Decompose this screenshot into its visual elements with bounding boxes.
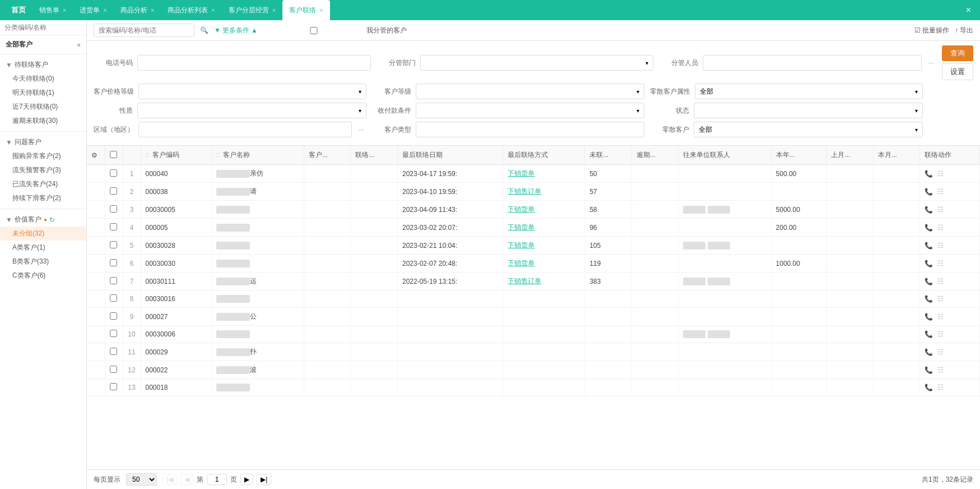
status-select[interactable]: ▾: [694, 103, 923, 118]
sidebar-item-class-a[interactable]: A类客户(1): [0, 241, 86, 255]
customer-type-input[interactable]: [416, 122, 645, 137]
search-input[interactable]: [94, 24, 194, 37]
close-product-analysis-icon[interactable]: ×: [151, 7, 154, 13]
first-page-button[interactable]: |◀: [162, 474, 177, 485]
customer-level-select[interactable]: ▾: [416, 84, 645, 99]
phone-action-icon[interactable]: 📞: [925, 242, 933, 250]
sidebar-item-declining[interactable]: 持续下滑客户(2): [0, 191, 86, 205]
sidebar-item-churned[interactable]: 已流失客户(24): [0, 177, 86, 191]
more-action-icon[interactable]: ☷: [937, 366, 944, 374]
row-checkbox[interactable]: [110, 169, 117, 177]
value-group-header[interactable]: ▼ 价值客户 ● ↻: [0, 213, 86, 227]
more-action-icon[interactable]: ☷: [937, 348, 944, 356]
close-segment-icon[interactable]: ×: [272, 7, 276, 13]
sidebar-item-7days[interactable]: 近7天待联络(0): [0, 100, 86, 114]
row-checkbox[interactable]: [110, 223, 117, 230]
refresh-icon[interactable]: ↻: [49, 216, 55, 224]
close-all-button[interactable]: ×: [962, 5, 976, 15]
next-page-button[interactable]: ▶: [240, 474, 253, 485]
row-checkbox[interactable]: [110, 366, 117, 373]
more-action-icon[interactable]: ☷: [937, 384, 944, 391]
row-checkbox[interactable]: [110, 241, 117, 248]
collapse-sidebar-icon[interactable]: «: [77, 41, 81, 49]
row-checkbox[interactable]: [110, 259, 117, 266]
problem-group-header[interactable]: ▼ 问题客户: [0, 135, 86, 149]
region-select[interactable]: [138, 122, 352, 137]
last-method-link[interactable]: 下销货单: [508, 169, 535, 177]
phone-action-icon[interactable]: 📞: [925, 278, 933, 285]
phone-action-icon[interactable]: 📞: [925, 260, 933, 267]
sidebar-item-unclassified[interactable]: 未分组(32): [0, 227, 86, 241]
phone-action-icon[interactable]: 📞: [925, 313, 933, 321]
nav-product-analysis-list[interactable]: 商品分析列表 ×: [161, 0, 221, 20]
phone-action-icon[interactable]: 📞: [925, 330, 933, 338]
settings-col[interactable]: ⚙: [87, 146, 105, 165]
payment-select[interactable]: ▾: [416, 103, 645, 118]
reset-button[interactable]: 设置: [942, 63, 973, 80]
phone-action-icon[interactable]: 📞: [925, 366, 933, 374]
nav-customer-segment[interactable]: 客户分层经营 ×: [222, 0, 282, 20]
page-number-input[interactable]: [207, 474, 227, 485]
last-method-link[interactable]: 下销售订单: [508, 277, 541, 285]
row-checkbox[interactable]: [110, 187, 117, 195]
all-customers-header[interactable]: 全部客户 «: [0, 35, 86, 52]
close-purchase-icon[interactable]: ×: [103, 7, 106, 13]
sidebar-item-overdue[interactable]: 逾期未联络(30): [0, 114, 86, 128]
row-checkbox[interactable]: [110, 277, 117, 284]
settings-icon[interactable]: ⚙: [91, 151, 97, 159]
retail-customer-select[interactable]: 全部 ▾: [694, 122, 923, 137]
per-page-select[interactable]: 50 100 200: [126, 473, 157, 486]
close-sales-icon[interactable]: ×: [63, 7, 66, 13]
nav-home[interactable]: 首页: [4, 0, 32, 20]
nav-sales[interactable]: 销售单 ×: [32, 0, 73, 20]
more-conditions-button[interactable]: ▼ 更多条件 ▲: [214, 26, 258, 35]
phone-action-icon[interactable]: 📞: [925, 295, 933, 303]
phone-input[interactable]: [137, 55, 371, 71]
more-action-icon[interactable]: ☷: [937, 206, 944, 214]
phone-action-icon[interactable]: 📞: [925, 224, 933, 232]
last-page-button[interactable]: ▶|: [257, 474, 271, 485]
sidebar-item-hoarding[interactable]: 囤购异常客户(2): [0, 149, 86, 163]
row-checkbox[interactable]: [110, 330, 117, 337]
last-method-link[interactable]: 下销货单: [508, 241, 535, 249]
last-method-link[interactable]: 下销货单: [508, 259, 535, 267]
dept-select[interactable]: ▾: [420, 55, 654, 71]
more-action-icon[interactable]: ☷: [937, 170, 944, 178]
nav-product-analysis[interactable]: 商品分析 ×: [114, 0, 161, 20]
last-method-link[interactable]: 下销货单: [508, 205, 535, 213]
sidebar-item-today[interactable]: 今天待联络(0): [0, 72, 86, 86]
query-button[interactable]: 查询: [942, 45, 973, 61]
row-checkbox[interactable]: [110, 312, 117, 320]
row-checkbox[interactable]: [110, 383, 117, 390]
last-method-link[interactable]: 下销货单: [508, 223, 535, 231]
nav-customer-contact[interactable]: 客户联络 ×: [282, 0, 329, 20]
more-action-icon[interactable]: ☷: [937, 188, 944, 196]
more-action-icon[interactable]: ☷: [937, 295, 944, 303]
row-checkbox[interactable]: [110, 294, 117, 302]
search-icon[interactable]: 🔍: [200, 26, 208, 34]
phone-action-icon[interactable]: 📞: [925, 170, 933, 178]
phone-action-icon[interactable]: 📞: [925, 348, 933, 356]
close-product-list-icon[interactable]: ×: [211, 7, 215, 13]
sidebar-search-input[interactable]: [4, 24, 87, 31]
manager-dots-icon[interactable]: ···: [926, 59, 936, 67]
sidebar-item-class-c[interactable]: C类客户(6): [0, 269, 86, 283]
more-action-icon[interactable]: ☷: [937, 260, 944, 267]
prev-page-button[interactable]: ◀: [180, 474, 193, 485]
retail-attr-select[interactable]: 全部 ▾: [695, 84, 923, 99]
pending-group-header[interactable]: ▼ 待联络客户: [0, 58, 86, 72]
more-action-icon[interactable]: ☷: [937, 224, 944, 232]
phone-action-icon[interactable]: 📞: [925, 206, 933, 214]
manager-input[interactable]: [703, 55, 922, 71]
phone-action-icon[interactable]: 📞: [925, 188, 933, 196]
my-customers-checkbox[interactable]: [263, 27, 364, 34]
more-action-icon[interactable]: ☷: [937, 313, 944, 321]
region-dots-icon[interactable]: ···: [356, 126, 366, 133]
nature-select[interactable]: ▾: [137, 103, 366, 118]
last-method-link[interactable]: 下销售订单: [508, 187, 541, 195]
nav-purchase[interactable]: 进货单 ×: [73, 0, 113, 20]
sidebar-item-churn-warning[interactable]: 流失预警客户(3): [0, 163, 86, 177]
my-customers-checkbox-label[interactable]: 我分管的客户: [263, 26, 407, 35]
more-action-icon[interactable]: ☷: [937, 278, 944, 285]
row-checkbox[interactable]: [110, 348, 117, 355]
